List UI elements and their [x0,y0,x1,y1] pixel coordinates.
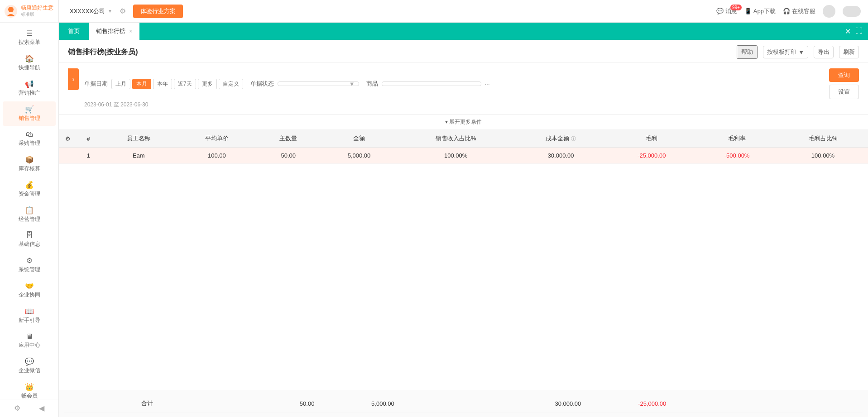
nav-label: 企业协同 [19,291,40,299]
status-select[interactable]: ▼ [278,81,359,86]
nav-icon: ⚙ [26,256,33,265]
date-btn-more[interactable]: 更多 [198,79,217,89]
svg-point-1 [8,7,14,12]
footer-gross: -25,000.00 [610,395,694,412]
footer-table: 合计 50.00 5,000.00 30,000.00 -25,000.00 [64,395,863,412]
print-button[interactable]: 按模板打印 ▼ [763,46,808,58]
filter-bar: › 单据日期 上月 本月 本年 近7天 更多 自定义 [59,63,868,115]
date-btn-7days[interactable]: 近7天 [174,79,196,89]
sidebar-item-新手引导[interactable]: 📖新手引导 [3,303,56,328]
main-content: XXXXXX公司 ▼ ⚙ 体验行业方案 💬 消息 99+ 📱 App下载 🎧 在… [59,0,868,417]
sidebar-item-销售管理[interactable]: 🛒销售管理 [3,101,56,126]
logo-icon [4,4,18,19]
col-avg-price: 平均单价 [178,130,256,148]
col-qty: 主数量 [256,130,321,148]
nav-icon: 🛒 [25,105,34,114]
sidebar-item-企业协同[interactable]: 🤝企业协同 [3,278,56,302]
top-bar-right: 💬 消息 99+ 📱 App下载 🎧 在线客服 [716,5,861,18]
maximize-icon[interactable]: ⛶ [855,27,863,35]
col-sales-pct: 销售收入占比% [398,130,514,148]
sidebar-settings-icon[interactable]: ⚙ [14,404,20,412]
col-amount: 全额 [321,130,397,148]
sidebar-item-快捷导航[interactable]: 🏠快捷导航 [3,51,56,75]
goods-input[interactable] [382,81,481,86]
message-button[interactable]: 💬 消息 99+ [716,7,737,15]
date-btn-custom[interactable]: 自定义 [219,79,243,89]
data-table: ⚙ # 员工名称 平均单价 主数量 全额 销售收入占比% 成本全额 ⓘ 毛利 毛… [59,130,868,164]
sidebar-item-经营管理[interactable]: 📋经营管理 [3,202,56,227]
close-window-icon[interactable]: ✕ [845,27,851,36]
sidebar-item-资金管理[interactable]: 💰资金管理 [3,177,56,201]
online-svc-icon: 🎧 [783,8,790,14]
table-header-row: ⚙ # 员工名称 平均单价 主数量 全额 销售收入占比% 成本全额 ⓘ 毛利 毛… [59,130,868,148]
footer-amount: 5,000.00 [340,395,425,412]
col-settings[interactable]: ⚙ [59,130,77,148]
tab-sales-ranking[interactable]: 销售排行榜 × [89,23,139,40]
app-download-button[interactable]: 📱 App下载 [744,7,776,15]
company-selector[interactable]: XXXXXX公司 ▼ [66,5,116,17]
nav-icon: 🛍 [26,130,33,139]
goods-label: 商品 [366,80,378,88]
tab-bar: 首页 销售排行榜 × ✕ ⛶ [59,23,868,40]
sidebar-item-应用中心[interactable]: 🖥应用中心 [3,329,56,353]
nav-label: 销售管理 [19,115,40,122]
expand-label: 展开更多条件 [449,119,482,125]
status-label: 单据状态 [250,80,274,88]
help-button[interactable]: 帮助 [737,45,758,59]
nav-icon: 💰 [25,181,34,189]
tab-close-icon[interactable]: × [129,28,132,34]
sidebar-item-营销推广[interactable]: 📢营销推广 [3,76,56,101]
sidebar-item-系统管理[interactable]: ⚙系统管理 [3,253,56,277]
export-button[interactable]: 导出 [814,46,834,58]
date-btn-year[interactable]: 本年 [153,79,172,89]
row-gross-pct: 100.00% [778,148,868,164]
message-badge: 99+ [730,5,742,10]
nav-label: 营销推广 [19,89,40,97]
goods-filter: 商品 ··· [366,80,490,88]
refresh-button[interactable]: 刷新 [839,46,859,58]
date-btn-cur-month[interactable]: 本月 [132,79,151,89]
user-avatar[interactable] [823,5,835,18]
online-service-button[interactable]: 🎧 在线客服 [783,7,815,15]
topbar-settings-icon[interactable]: ⚙ [120,7,126,15]
date-label: 单据日期 [84,80,108,88]
sidebar-item-畅会员[interactable]: 👑畅会员 [3,379,56,399]
row-settings [59,148,77,164]
sidebar-item-搜索菜单[interactable]: ☰搜索菜单 [3,25,56,50]
logo-area: 畅康通好生意 标准版 [0,0,58,23]
nav-icon: 🤝 [25,282,34,290]
date-filter: 单据日期 上月 本月 本年 近7天 更多 自定义 [84,79,243,89]
nav-icon: 📋 [25,206,34,215]
sidebar-collapse-icon[interactable]: ◀ [39,404,44,412]
sidebar-item-基础信息[interactable]: 🗄基础信息 [3,228,56,252]
row-amount: 5,000.00 [321,148,397,164]
footer-label: 合计 [105,395,189,412]
sidebar-item-采购管理[interactable]: 🛍采购管理 [3,127,56,151]
sidebar-nav: ☰搜索菜单🏠快捷导航📢营销推广🛒销售管理🛍采购管理📦库存核算💰资金管理📋经营管理… [0,23,58,399]
row-cost: 30,000.00 [514,148,608,164]
date-btn-prev-month[interactable]: 上月 [111,79,130,89]
tab-bar-right: ✕ ⛶ [845,27,868,36]
col-gross: 毛利 [607,130,696,148]
footer-gross-pct [778,395,863,412]
expand-more-conditions[interactable]: ▾ 展开更多条件 [59,115,868,130]
filter-settings-btn[interactable]: 设置 [829,85,859,99]
sidebar-item-企业微信[interactable]: 💬企业微信 [3,354,56,378]
nav-icon: 📢 [25,80,34,88]
footer-avg-price [189,395,273,412]
tab-home[interactable]: 首页 [59,23,89,40]
filter-collapse-btn[interactable]: › [68,68,79,90]
nav-label: 畅会员 [21,392,38,399]
more-filter-icon[interactable]: ··· [485,81,490,87]
row-gross: -25,000.00 [607,148,696,164]
page-title: 销售排行榜(按业务员) [68,48,138,57]
page-actions: 帮助 按模板打印 ▼ 导出 刷新 [737,45,859,59]
tab-label: 销售排行榜 [96,27,125,35]
row-sales-pct: 100.00% [398,148,514,164]
query-button[interactable]: 查询 [829,68,859,82]
online-svc-label: 在线客服 [792,7,815,15]
nav-icon: 🏠 [25,54,34,63]
trial-button[interactable]: 体验行业方案 [133,5,183,18]
sidebar-item-库存核算[interactable]: 📦库存核算 [3,152,56,176]
nav-icon: ☰ [26,29,33,38]
